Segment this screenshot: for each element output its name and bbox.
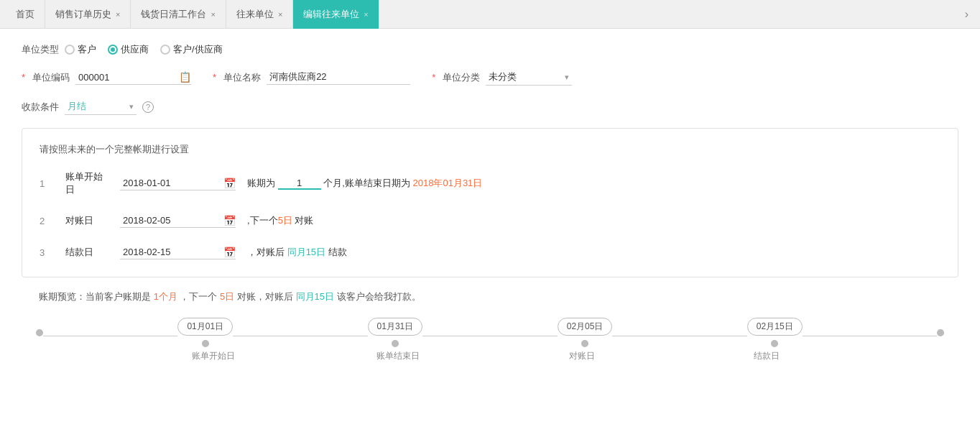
- help-icon[interactable]: ?: [142, 101, 154, 113]
- unit-name-field: * 单位名称: [213, 70, 410, 85]
- timeline-connector-5: [803, 336, 937, 336]
- period-label-1: 账单开始日: [65, 170, 108, 196]
- timeline-node-2: 01月31日: [368, 318, 423, 347]
- close-icon[interactable]: ×: [278, 10, 282, 19]
- timeline: 01月01日 01月31日 02月05日 02月15日: [22, 318, 958, 362]
- timeline-node-3: 02月05日: [558, 318, 613, 347]
- preview-highlight2: 5日: [220, 291, 234, 302]
- main-content: 单位类型 客户 供应商 客户/供应商 * 单位编码: [0, 29, 980, 437]
- period-date-field-2[interactable]: [120, 213, 221, 227]
- period-label-3: 结款日: [65, 246, 108, 259]
- payment-terms-value: 月结: [68, 100, 126, 113]
- timeline-node-4: 02月15日: [747, 318, 803, 347]
- preview-middle2: 对账，对账后: [237, 291, 293, 302]
- timeline-connector-1: [43, 336, 177, 336]
- tab-more-button[interactable]: ›: [959, 8, 974, 21]
- timeline-end-dot: [937, 329, 944, 336]
- close-icon[interactable]: ×: [211, 10, 215, 19]
- unit-name-label: 单位名称: [223, 71, 261, 84]
- close-icon[interactable]: ×: [364, 10, 368, 19]
- unit-category-value: 未分类: [489, 70, 562, 83]
- tab-partners[interactable]: 往来单位 ×: [226, 0, 293, 29]
- timeline-badge-3: 02月05日: [558, 318, 613, 336]
- timeline-label-spacer: [36, 350, 50, 362]
- chevron-down-icon: ▾: [565, 73, 569, 82]
- unit-code-input-wrapper: 📋: [75, 70, 191, 85]
- timeline-top: 01月01日 01月31日 02月05日 02月15日: [22, 318, 958, 347]
- unit-code-label: 单位编码: [32, 71, 70, 84]
- radio-both-label: 客户/供应商: [173, 43, 223, 56]
- period-desc-2-suffix: 对账: [292, 215, 314, 226]
- preview-text: 账期预览：当前客户账期是 1个月 ，下一个 5日 对账，对账后 同月15日 该客…: [22, 290, 958, 303]
- calendar-icon-1[interactable]: 📅: [223, 178, 236, 189]
- timeline-dot-end: [937, 329, 944, 336]
- radio-circle-supplier: [108, 45, 118, 55]
- calendar-icon-2[interactable]: 📅: [223, 215, 236, 226]
- unit-type-row: 单位类型 客户 供应商 客户/供应商: [22, 43, 958, 56]
- period-desc-3-highlight: 同月15日: [287, 247, 325, 257]
- timeline-label-1: 账单开始日: [192, 350, 235, 362]
- unit-name-input[interactable]: [267, 70, 410, 85]
- timeline-dot-start: [36, 329, 43, 336]
- preview-prefix: 账期预览：当前客户账期是: [39, 291, 151, 302]
- period-desc-1: 账期为 个月,账单结束日期为 2018年01月31日: [247, 177, 482, 190]
- radio-circle-customer: [65, 45, 75, 55]
- period-unit-text: 个月,账单结束日期为: [323, 178, 410, 188]
- timeline-label-2: 账单结束日: [376, 350, 420, 362]
- preview-highlight1: 1个月: [154, 291, 177, 302]
- unit-code-input[interactable]: [75, 70, 176, 84]
- chevron-down-icon: ▾: [129, 102, 134, 111]
- period-for-label: 账期为: [247, 178, 275, 188]
- unit-code-field: * 单位编码 📋: [22, 70, 191, 85]
- timeline-connector-4: [612, 336, 746, 336]
- timeline-label-spacer2: [930, 350, 944, 362]
- period-settings-box: 请按照未来的一个完整帐期进行设置 1 账单开始日 📅 账期为 个月,账单结束日期…: [22, 128, 958, 277]
- period-desc-2-highlight: 5日: [278, 215, 292, 226]
- period-months-input[interactable]: [278, 178, 321, 190]
- unit-type-label: 单位类型: [22, 43, 59, 56]
- calendar-icon-3[interactable]: 📅: [223, 247, 236, 258]
- tab-sales-history[interactable]: 销售订单历史 ×: [45, 0, 131, 29]
- period-date-input-3: 📅: [120, 245, 236, 259]
- period-date-field-3[interactable]: [120, 245, 221, 259]
- radio-supplier[interactable]: 供应商: [108, 43, 149, 56]
- tab-bar: 首页 销售订单历史 × 钱货日清工作台 × 往来单位 × 编辑往来单位 × ›: [0, 0, 980, 29]
- preview-middle1: ，下一个: [180, 291, 217, 302]
- period-row-3: 3 结款日 📅 ，对账后 同月15日 结款: [40, 245, 940, 259]
- payment-terms-label: 收款条件: [22, 101, 59, 114]
- close-icon[interactable]: ×: [116, 10, 120, 19]
- preview-suffix: 该客户会给我打款。: [337, 291, 421, 302]
- payment-terms-select[interactable]: 月结 ▾: [65, 98, 137, 115]
- payment-terms-field: 收款条件 月结 ▾ ?: [22, 98, 154, 115]
- period-date-field-1[interactable]: [120, 176, 221, 190]
- timeline-dot-1: [202, 340, 209, 347]
- required-mark-name: *: [213, 72, 216, 83]
- payment-terms-row: 收款条件 月结 ▾ ?: [22, 98, 958, 115]
- radio-both[interactable]: 客户/供应商: [160, 43, 223, 56]
- timeline-connector-2: [233, 336, 367, 336]
- unit-code-picker-icon[interactable]: 📋: [179, 71, 191, 83]
- tab-home[interactable]: 首页: [6, 0, 45, 29]
- required-mark-category: *: [432, 72, 435, 83]
- period-row-2: 2 对账日 📅 ,下一个5日 对账: [40, 213, 940, 228]
- unit-category-field: * 单位分类 未分类 ▾: [432, 69, 572, 86]
- timeline-label-4: 结款日: [745, 350, 788, 362]
- timeline-dot-4: [771, 340, 778, 347]
- timeline-start-dot: [36, 329, 43, 336]
- required-mark: *: [22, 72, 25, 83]
- unit-category-select[interactable]: 未分类 ▾: [486, 69, 572, 86]
- tab-edit-partner[interactable]: 编辑往来单位 ×: [293, 0, 379, 29]
- period-desc-3-suffix: 结款: [325, 247, 347, 257]
- unit-info-row: * 单位编码 📋 * 单位名称 * 单位分类 未分类 ▾: [22, 69, 958, 86]
- timeline-node-1: 01月01日: [177, 318, 233, 347]
- period-desc-3: ，对账后 同月15日 结款: [247, 246, 347, 259]
- period-date-input-1: 📅: [120, 176, 236, 190]
- period-desc-2: ,下一个5日 对账: [247, 214, 313, 227]
- period-num-2: 2: [40, 216, 54, 226]
- period-box-title: 请按照未来的一个完整帐期进行设置: [40, 143, 940, 156]
- period-num-3: 3: [40, 247, 54, 258]
- radio-customer[interactable]: 客户: [65, 43, 96, 56]
- unit-category-label: 单位分类: [443, 71, 480, 84]
- tab-cashflow[interactable]: 钱货日清工作台 ×: [131, 0, 226, 29]
- radio-supplier-label: 供应商: [121, 43, 149, 56]
